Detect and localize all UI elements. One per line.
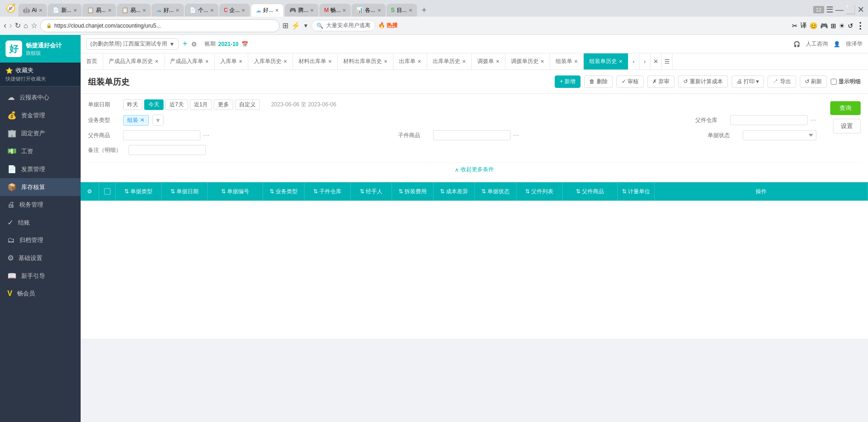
- parent-goods-field[interactable]: [123, 130, 200, 140]
- th-num[interactable]: ⇅ 单据编号: [208, 182, 263, 201]
- tab-more-menu[interactable]: ☰: [662, 53, 673, 70]
- tab-mu[interactable]: S目...✕: [387, 4, 417, 17]
- translate-icon[interactable]: 译: [800, 22, 807, 30]
- export-button[interactable]: ↗ 导出: [768, 75, 796, 88]
- parent-goods-dots[interactable]: ···: [203, 131, 209, 139]
- sidebar-item-invoice[interactable]: 📄 发票管理: [0, 160, 81, 178]
- hot-icon[interactable]: 🔥 热搜: [378, 22, 398, 29]
- tab-ge2[interactable]: 📊各...✕: [352, 4, 385, 17]
- print-button[interactable]: 🖨 打印 ▾: [732, 75, 764, 88]
- sidebar-item-guide[interactable]: 📖 新手引导: [0, 267, 81, 285]
- close-icon[interactable]: ✕: [155, 59, 158, 64]
- back-button[interactable]: ‹: [4, 21, 6, 30]
- close-icon[interactable]: ✕: [417, 59, 421, 64]
- search-bar[interactable]: 🔍大量安卓用户逃离: [311, 20, 375, 31]
- address-bar[interactable]: 🔒 https://cloud.chanjet.com/accounting/u…: [40, 19, 280, 32]
- close-icon[interactable]: ✕: [384, 59, 387, 64]
- th-date[interactable]: ⇅ 单据日期: [162, 182, 208, 201]
- nav-tab-in[interactable]: 入库单 ✕: [215, 53, 248, 70]
- undo-icon[interactable]: ↺: [848, 22, 853, 29]
- tab-next-arrow[interactable]: ›: [639, 53, 651, 70]
- nav-tab-transfer-history[interactable]: 调拨单历史 ✕: [505, 53, 550, 70]
- parent-warehouse-input[interactable]: ···: [730, 115, 816, 125]
- tab-ge[interactable]: 📄个...✕: [185, 4, 218, 17]
- remark-field[interactable]: [129, 145, 206, 155]
- show-detail-checkbox-label[interactable]: 显示明细: [831, 78, 861, 86]
- th-cost[interactable]: ⇅ 拆装费用: [392, 182, 434, 201]
- th-settings[interactable]: ⚙: [81, 182, 99, 201]
- th-status[interactable]: ⇅ 单据状态: [475, 182, 516, 201]
- nav-tab-assembly-history[interactable]: 组装单历史 ✕: [584, 53, 628, 70]
- close-icon[interactable]: ✕: [619, 59, 622, 64]
- date-btn-custom[interactable]: 自定义: [235, 99, 260, 110]
- tab-new[interactable]: 📄新...✕: [48, 4, 82, 17]
- nav-tab-transfer[interactable]: 调拨单 ✕: [472, 53, 505, 70]
- unaudit-button[interactable]: ✗ 弃审: [647, 75, 674, 88]
- tab-qi[interactable]: C企...✕: [219, 4, 250, 17]
- biz-type-dropdown[interactable]: ▼: [152, 115, 164, 126]
- nav-tab-material-out[interactable]: 材料出库单 ✕: [293, 53, 338, 70]
- lightning-button[interactable]: ⚡: [291, 21, 300, 30]
- show-detail-checkbox[interactable]: [831, 79, 837, 85]
- add-company-button[interactable]: +: [182, 39, 188, 49]
- tab-chang[interactable]: M畅...✕: [319, 4, 351, 17]
- date-btn-yesterday[interactable]: 昨天: [123, 99, 142, 110]
- parent-goods-input[interactable]: ···: [123, 130, 209, 140]
- header-checkbox[interactable]: [104, 188, 111, 195]
- set-button[interactable]: 设置: [833, 119, 861, 133]
- company-selector[interactable]: (勿删勿禁用) 江西服宝测试专用 ▼: [86, 38, 179, 50]
- date-btn-1month[interactable]: 近1月: [190, 99, 212, 110]
- tab-ai[interactable]: 🤖Ai✕: [18, 4, 47, 17]
- dropdown-button[interactable]: ▼: [303, 23, 309, 29]
- sun-icon[interactable]: ☀: [839, 22, 845, 29]
- forward-button[interactable]: ›: [9, 21, 12, 30]
- tab-close-all[interactable]: ✕: [651, 53, 662, 70]
- nav-tab-home[interactable]: 首页: [81, 53, 103, 70]
- minimize-button[interactable]: —: [835, 5, 844, 15]
- bill-status-select[interactable]: 未审核 已审核: [743, 130, 816, 140]
- nav-tab-product-in[interactable]: 产成品入库单 ✕: [164, 53, 215, 70]
- sidebar-item-archive[interactable]: 🗂 归档管理: [0, 231, 81, 249]
- date-btn-today[interactable]: 今天: [144, 99, 164, 110]
- sidebar-item-cloud-report[interactable]: ☁ 云报表中心: [0, 88, 81, 106]
- tab-prev-arrow[interactable]: ‹: [628, 53, 639, 70]
- nav-tab-material-out-history[interactable]: 材料出库单历史 ✕: [338, 53, 393, 70]
- add-button[interactable]: + 新增: [555, 75, 581, 88]
- help-label[interactable]: 人工咨询: [806, 40, 828, 48]
- sidebar-item-checkout[interactable]: ✓ 结账: [0, 214, 81, 231]
- th-parent-goods[interactable]: ⇅ 父件商品: [563, 182, 618, 201]
- parent-warehouse-field[interactable]: [730, 115, 808, 125]
- nav-tab-product-in-history[interactable]: 产成品入库单历史 ✕: [103, 53, 164, 70]
- nav-tab-out[interactable]: 出库单 ✕: [393, 53, 427, 70]
- window-menu-icon[interactable]: ☰: [826, 5, 833, 15]
- maximize-button[interactable]: ⬜: [845, 5, 856, 15]
- nav-tab-in-history[interactable]: 入库单历史 ✕: [248, 53, 293, 70]
- th-parent-list[interactable]: ⇅ 父件列表: [516, 182, 563, 201]
- th-handler[interactable]: ⇅ 经手人: [351, 182, 392, 201]
- calendar-icon[interactable]: 📅: [241, 41, 248, 47]
- sidebar-item-capital[interactable]: 💰 资金管理: [0, 106, 81, 124]
- tab-yi1[interactable]: 📋易...✕: [82, 4, 116, 17]
- sidebar-item-inventory[interactable]: 📦 库存核算: [0, 178, 81, 196]
- close-icon[interactable]: ✕: [574, 59, 578, 64]
- tab-hao2[interactable]: ☁好...✕: [251, 4, 284, 17]
- parent-warehouse-dots[interactable]: ···: [810, 116, 816, 124]
- close-icon[interactable]: ✕: [462, 59, 466, 64]
- topbar-settings-icon[interactable]: ⚙: [191, 40, 197, 48]
- tab-hao1[interactable]: ☁好...✕: [152, 4, 184, 17]
- th-type[interactable]: ⇅ 单据类型: [116, 182, 162, 201]
- th-diff[interactable]: ⇅ 成本差异: [434, 182, 475, 201]
- tab-teng[interactable]: 🎮腾...✕: [285, 4, 318, 17]
- nav-tab-out-history[interactable]: 出库单历史 ✕: [427, 53, 472, 70]
- close-icon[interactable]: ✕: [205, 59, 209, 64]
- bookmark-button[interactable]: ☆: [31, 21, 37, 30]
- emoji-icon[interactable]: 😊: [809, 22, 817, 29]
- collapse-button[interactable]: ∧ 收起更多条件: [88, 162, 861, 176]
- refresh-button[interactable]: ↺ 刷新: [800, 75, 827, 88]
- tab-yi2[interactable]: 📋易...✕: [117, 4, 151, 17]
- sidebar-item-fixed-assets[interactable]: 🏢 固定资产: [0, 124, 81, 142]
- query-button[interactable]: 查询: [830, 101, 861, 115]
- grid-icon[interactable]: ⊞: [831, 22, 836, 29]
- close-icon[interactable]: ✕: [496, 59, 499, 64]
- th-biz[interactable]: ⇅ 业务类型: [263, 182, 305, 201]
